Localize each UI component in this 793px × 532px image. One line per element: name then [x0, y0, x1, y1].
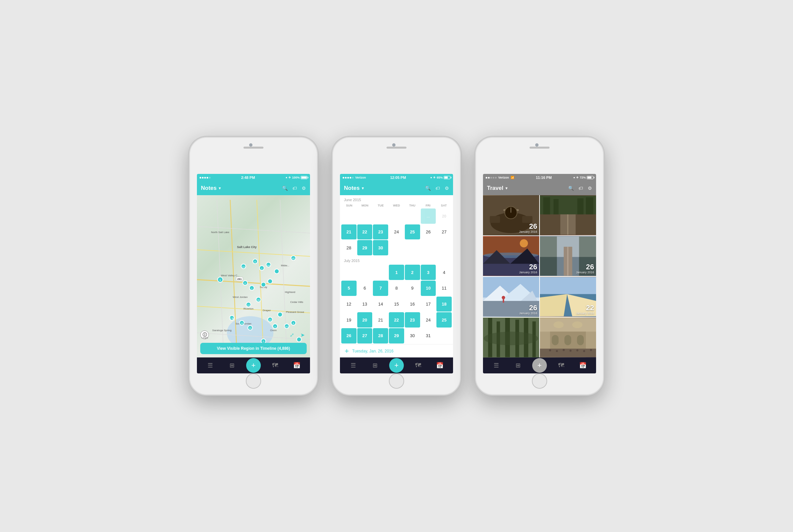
- gear-icon-1[interactable]: ⚙: [302, 186, 306, 191]
- cal-cell[interactable]: [405, 208, 420, 224]
- gear-icon-3[interactable]: ⚙: [588, 186, 592, 191]
- cal-cell-j27[interactable]: 27: [357, 328, 373, 343]
- cal-cell-28[interactable]: 28: [341, 240, 357, 255]
- photo-cell-8[interactable]: [540, 318, 596, 358]
- cal-cell-j7[interactable]: 7: [373, 281, 388, 296]
- tab-menu-1[interactable]: ☰: [203, 358, 218, 373]
- cal-cell[interactable]: [389, 208, 404, 224]
- cal-cell-30[interactable]: 30: [373, 240, 388, 255]
- cal-cell-j3[interactable]: 3: [421, 265, 436, 280]
- search-icon-1[interactable]: 🔍: [282, 186, 288, 191]
- tab-photo-1[interactable]: ⊞: [225, 358, 239, 373]
- search-icon-2[interactable]: 🔍: [425, 186, 431, 191]
- nav-title-text-3: Travel: [487, 185, 503, 191]
- cal-cell-j16[interactable]: 16: [405, 297, 420, 312]
- nav-title-2: Notes ▼: [344, 185, 364, 191]
- cal-cell[interactable]: ...: [421, 208, 436, 224]
- svg-rect-131: [577, 335, 584, 345]
- photo-cell-3[interactable]: 26 January 2016: [483, 236, 539, 276]
- cal-cell-j31[interactable]: 31: [421, 328, 436, 343]
- tab-plus-3[interactable]: +: [532, 358, 547, 373]
- cal-cell-27[interactable]: 27: [436, 225, 452, 240]
- tab-menu-2[interactable]: ☰: [346, 358, 361, 373]
- view-region-button[interactable]: View Visible Region in Timeline (4,886): [200, 343, 307, 354]
- cal-cell-j23[interactable]: 23: [405, 312, 420, 327]
- photo-cell-1[interactable]: 26 January 2016: [483, 195, 539, 235]
- cal-cell-24[interactable]: 24: [389, 225, 404, 240]
- dropdown-arrow-2[interactable]: ▼: [361, 186, 364, 190]
- photo-cell-5[interactable]: 26 January 2016: [483, 277, 539, 317]
- tab-calendar-3[interactable]: 📅: [575, 358, 590, 373]
- tab-calendar-1[interactable]: 📅: [289, 358, 304, 373]
- cal-cell-j29[interactable]: 29: [389, 328, 404, 343]
- map-expand-button[interactable]: ⤢: [287, 330, 296, 339]
- cal-cell-21[interactable]: 21: [341, 225, 357, 240]
- cal-cell-j1[interactable]: 1: [389, 265, 404, 280]
- weekday-sun: SUN: [341, 203, 357, 208]
- cal-cell[interactable]: [341, 208, 357, 224]
- nav-icons-1: 🔍 🏷 ⚙: [282, 186, 306, 191]
- tab-photo-2[interactable]: ⊞: [367, 358, 382, 373]
- cal-cell-j22[interactable]: 22: [389, 312, 404, 327]
- cal-cell-25[interactable]: 25: [405, 225, 420, 240]
- svg-text:Midw...: Midw...: [281, 264, 289, 267]
- svg-text:3.9k: 3.9k: [229, 317, 234, 320]
- cal-cell-j11[interactable]: 11: [436, 281, 452, 296]
- cal-cell-j13[interactable]: 13: [357, 297, 373, 312]
- photo-cell-6[interactable]: 22 January 2016: [540, 277, 596, 317]
- map-arrow-button[interactable]: ➤: [298, 330, 307, 339]
- cal-cell-j26[interactable]: 26: [341, 328, 357, 343]
- cal-cell-j19[interactable]: 19: [341, 312, 357, 327]
- tag-icon-3[interactable]: 🏷: [579, 186, 583, 191]
- tab-map-2[interactable]: 🗺: [411, 358, 426, 373]
- cal-cell-j30[interactable]: 30: [405, 328, 420, 343]
- svg-text:29: 29: [249, 327, 251, 329]
- cal-cell-26[interactable]: 26: [421, 225, 436, 240]
- cal-cell-j17[interactable]: 17: [421, 297, 436, 312]
- tab-map-3[interactable]: 🗺: [554, 358, 568, 373]
- tag-icon-1[interactable]: 🏷: [292, 186, 297, 191]
- photo-cell-2[interactable]: [540, 195, 596, 235]
- cal-cell[interactable]: [373, 208, 388, 224]
- search-icon-3[interactable]: 🔍: [568, 186, 574, 191]
- add-entry-button[interactable]: +: [345, 347, 349, 356]
- cal-cell-22[interactable]: 22: [357, 225, 373, 240]
- cal-cell-j4[interactable]: 4: [436, 265, 452, 280]
- tab-calendar-2[interactable]: 📅: [432, 358, 447, 373]
- cal-cell-j21[interactable]: 21: [373, 312, 388, 327]
- cal-cell-j9[interactable]: 9: [405, 281, 420, 296]
- tab-map-1[interactable]: 🗺: [268, 358, 282, 373]
- cal-cell-j5[interactable]: 5: [341, 281, 357, 296]
- home-button-2[interactable]: [389, 374, 404, 389]
- tab-photo-3[interactable]: ⊞: [511, 358, 525, 373]
- home-button-3[interactable]: [532, 374, 547, 389]
- cal-cell-j12[interactable]: 12: [341, 297, 357, 312]
- photo-cell-7[interactable]: [483, 318, 539, 358]
- cal-cell-23[interactable]: 23: [373, 225, 388, 240]
- dropdown-arrow-3[interactable]: ▼: [505, 186, 508, 190]
- cal-cell-29[interactable]: 29: [357, 240, 373, 255]
- cal-cell-j18[interactable]: 18: [436, 297, 452, 312]
- cal-cell[interactable]: 20: [436, 208, 452, 224]
- cal-cell-j15[interactable]: 15: [389, 297, 404, 312]
- photo-cell-4[interactable]: 26 January 2016: [540, 236, 596, 276]
- signal-dots-3: [486, 177, 497, 178]
- cal-cell-j2[interactable]: 2: [405, 265, 420, 280]
- date-month-1: January 2016: [519, 230, 537, 233]
- cal-cell-j25[interactable]: 25: [436, 312, 452, 327]
- cal-cell-j10[interactable]: 10: [421, 281, 436, 296]
- cal-cell-j8[interactable]: 8: [389, 281, 404, 296]
- dropdown-arrow-1[interactable]: ▼: [218, 186, 222, 190]
- cal-cell-j20[interactable]: 20: [357, 312, 373, 327]
- tab-plus-1[interactable]: +: [246, 358, 261, 373]
- tab-menu-3[interactable]: ☰: [489, 358, 504, 373]
- home-button-1[interactable]: [246, 374, 261, 389]
- cal-cell[interactable]: [357, 208, 373, 224]
- cal-cell-j6[interactable]: 6: [357, 281, 373, 296]
- tag-icon-2[interactable]: 🏷: [435, 186, 440, 191]
- gear-icon-2[interactable]: ⚙: [445, 186, 449, 191]
- cal-cell-j28[interactable]: 28: [373, 328, 388, 343]
- tab-plus-2[interactable]: +: [389, 358, 404, 373]
- cal-cell-j24[interactable]: 24: [421, 312, 436, 327]
- cal-cell-j14[interactable]: 14: [373, 297, 388, 312]
